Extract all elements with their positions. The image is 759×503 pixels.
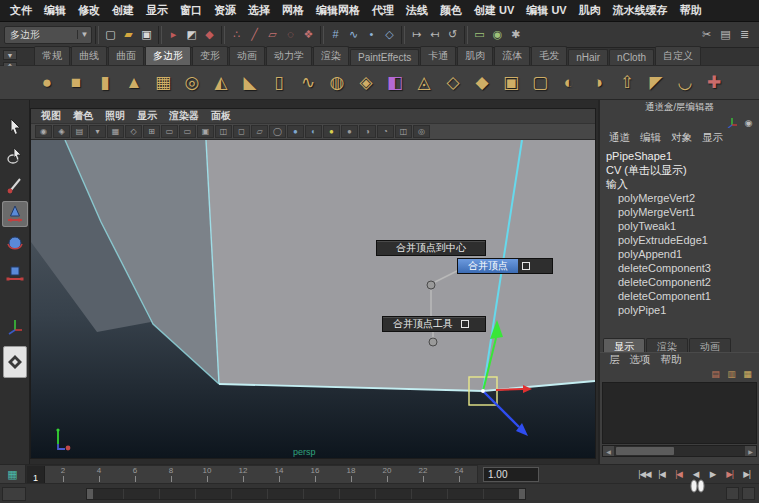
new-scene-icon[interactable]: ▢ <box>102 26 119 44</box>
input-node[interactable]: deleteComponent1 <box>606 289 759 303</box>
rotate-tool[interactable] <box>2 230 28 256</box>
layer-editor-tab[interactable]: 渲染 <box>646 338 688 352</box>
snap-point-icon[interactable]: • <box>363 26 380 44</box>
select-camera-icon[interactable]: ◉ <box>35 125 52 138</box>
shelf-tab[interactable]: 自定义 <box>655 46 701 65</box>
channel-box-menu-item[interactable]: 编辑 <box>635 131 666 145</box>
poly-cylinder-icon[interactable]: ▮ <box>92 70 118 96</box>
option-box-icon[interactable] <box>522 262 530 270</box>
status-separator[interactable] <box>464 26 468 44</box>
speed-control-icon[interactable]: ◉ <box>742 117 755 129</box>
poly-prism-icon[interactable]: ◭ <box>208 70 234 96</box>
current-frame-marker[interactable]: 1 <box>27 466 45 483</box>
combine-icon[interactable]: ▣ <box>498 70 524 96</box>
menu-item[interactable]: 肌肉 <box>573 1 607 20</box>
go-to-end-button[interactable]: ▶| <box>740 467 753 481</box>
channel-box-menu-item[interactable]: 显示 <box>697 131 728 145</box>
shelf-tab[interactable]: 动画 <box>229 46 265 65</box>
perspective-viewport[interactable]: 视图着色照明显示渲染器面板 ◉◈▤▾▦◇⊞▭▭▣◫◻▱◯●◐●●◑◔◫◎ <box>30 108 596 459</box>
shelf-tab[interactable]: 变形 <box>192 46 228 65</box>
auto-key-button[interactable] <box>726 487 739 500</box>
menu-item[interactable]: 创建 <box>106 1 140 20</box>
layer-menu-item[interactable]: 帮助 <box>656 353 687 367</box>
frame-tick[interactable]: 4 <box>81 466 117 483</box>
input-node[interactable]: deleteComponent3 <box>606 261 759 275</box>
merge-vertex-icon[interactable]: ✚ <box>701 70 727 96</box>
construction-history-icon[interactable]: ↺ <box>444 26 461 44</box>
input-node[interactable]: polyPipe1 <box>606 303 759 317</box>
edge-mask-icon[interactable]: ╱ <box>246 26 263 44</box>
uv-mask-icon[interactable]: ◌ <box>282 26 299 44</box>
status-separator[interactable] <box>95 26 99 44</box>
range-handle-end[interactable] <box>519 489 525 499</box>
step-back-frame-button[interactable]: |◀ <box>672 467 685 481</box>
shape-node-name[interactable]: pPipeShape1 <box>606 149 759 163</box>
wireframe-icon[interactable]: ◯ <box>269 125 286 138</box>
shelf-tab[interactable]: 渲染 <box>313 46 349 65</box>
layer-editor-tab[interactable]: 动画 <box>689 338 731 352</box>
shelf-tab[interactable]: 肌肉 <box>457 46 493 65</box>
shelf-tab[interactable]: 动力学 <box>266 46 312 65</box>
shelf-tab[interactable]: PaintEffects <box>350 49 419 65</box>
snapshot-icon[interactable]: ▦ <box>0 465 26 484</box>
image-plane-icon[interactable]: ▦ <box>107 125 124 138</box>
move-tool[interactable] <box>2 201 28 227</box>
poly-cone-icon[interactable]: ▲ <box>121 70 147 96</box>
xray-icon[interactable]: ◫ <box>395 125 412 138</box>
render-settings-icon[interactable]: ✱ <box>507 26 524 44</box>
snap-curve-icon[interactable]: ∿ <box>345 26 362 44</box>
selected-vertex[interactable] <box>481 389 485 393</box>
copy-icon[interactable]: ▤ <box>717 26 734 44</box>
status-separator[interactable] <box>221 26 225 44</box>
input-node[interactable]: polyMergeVert2 <box>606 191 759 205</box>
cut-icon[interactable]: ✂ <box>698 26 715 44</box>
shelf-tab-menu-icon[interactable]: ▼ <box>3 50 17 60</box>
frame-tick[interactable]: 14 <box>261 466 297 483</box>
safe-action-icon[interactable]: ◻ <box>233 125 250 138</box>
frame-tick[interactable]: 24 <box>441 466 477 483</box>
viewport-canvas[interactable]: persp 合并顶点到中心 合并顶点 合并顶点工具 <box>31 140 595 458</box>
poly-sphere-icon[interactable]: ● <box>34 70 60 96</box>
single-pane-layout-button[interactable] <box>3 346 27 378</box>
snap-grid-icon[interactable]: # <box>327 26 344 44</box>
layer-editor-tab[interactable]: 显示 <box>603 338 645 352</box>
lasso-tool[interactable] <box>2 143 28 169</box>
lock-camera-icon[interactable]: ◈ <box>53 125 70 138</box>
menu-item[interactable]: 显示 <box>140 1 174 20</box>
poly-cube-icon[interactable]: ■ <box>63 70 89 96</box>
resolution-gate-icon[interactable]: ▭ <box>179 125 196 138</box>
manipulator-x-axis[interactable] <box>496 389 523 390</box>
shelf-tab[interactable]: nHair <box>568 49 608 65</box>
input-node[interactable]: deleteComponent2 <box>606 275 759 289</box>
menu-item[interactable]: 修改 <box>72 1 106 20</box>
shelf-tab[interactable]: nCloth <box>609 49 654 65</box>
frame-tick[interactable]: 10 <box>189 466 225 483</box>
ambient-occlusion-icon[interactable]: ◑ <box>359 125 376 138</box>
shelf-tab[interactable]: 多边形 <box>145 46 191 65</box>
scroll-left-icon[interactable]: ◀ <box>603 446 614 456</box>
frame-tick[interactable]: 22 <box>405 466 441 483</box>
textured-icon[interactable]: ◐ <box>305 125 322 138</box>
status-separator[interactable] <box>158 26 162 44</box>
input-node[interactable]: polyMergeVert1 <box>606 205 759 219</box>
snap-plane-icon[interactable]: ◇ <box>381 26 398 44</box>
grid-icon[interactable]: ⊞ <box>143 125 160 138</box>
extrude-icon[interactable]: ⇧ <box>614 70 640 96</box>
playback-range-bar[interactable] <box>86 488 526 500</box>
status-separator[interactable] <box>320 26 324 44</box>
range-start-field[interactable] <box>2 487 26 501</box>
frame-tick[interactable]: 8 <box>153 466 189 483</box>
panel-menu-item[interactable]: 显示 <box>131 109 163 123</box>
marking-menu-item-merge-vertex-tool[interactable]: 合并顶点工具 <box>382 316 486 332</box>
menu-item[interactable]: 网格 <box>276 1 310 20</box>
layer-list[interactable] <box>602 382 757 444</box>
shadows-icon[interactable]: ● <box>341 125 358 138</box>
cv-row[interactable]: CV (单击以显示) <box>606 163 759 177</box>
smooth-icon[interactable]: ◑ <box>585 70 611 96</box>
menu-item[interactable]: 编辑 <box>38 1 72 20</box>
channel-box-menu-item[interactable]: 对象 <box>666 131 697 145</box>
show-manipulator-tool[interactable] <box>2 313 28 339</box>
menu-item[interactable]: 编辑 UV <box>520 1 572 20</box>
gate-mask-icon[interactable]: ▣ <box>197 125 214 138</box>
panel-menu-item[interactable]: 面板 <box>205 109 237 123</box>
